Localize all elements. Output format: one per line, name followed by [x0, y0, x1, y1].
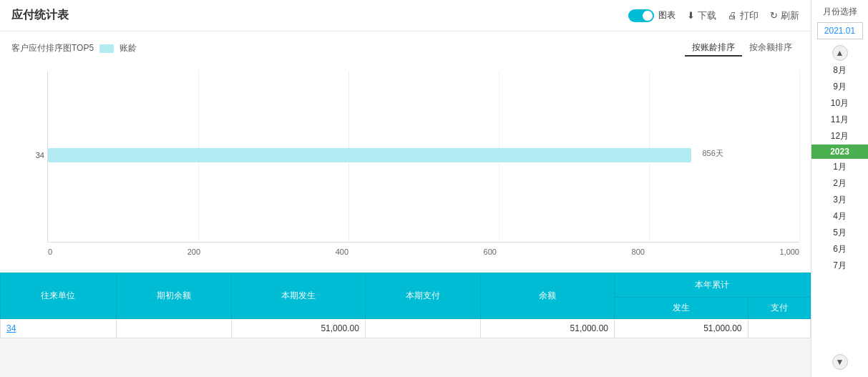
- chart-section: 客户应付排序图TOP5 账龄 按账龄排序 按余额排序: [0, 31, 811, 273]
- cell-benfasheng: 51,000.00: [232, 319, 366, 338]
- cell-qichu: [116, 319, 232, 338]
- cell-benzhifu: [365, 319, 481, 338]
- chart-toggle[interactable]: 图表: [628, 9, 676, 22]
- table-header-row: 往来单位 期初余额 本期发生 本期支付 余额 本年累计: [1, 273, 811, 298]
- month-item-9[interactable]: 9月: [811, 79, 868, 95]
- table-section: 往来单位 期初余额 本期发生 本期支付 余额 本年累计 发生 支付 34 51,…: [0, 273, 811, 377]
- month-item-5[interactable]: 5月: [811, 225, 868, 241]
- download-icon: ⬇: [687, 10, 695, 21]
- x-label-600: 600: [484, 248, 497, 256]
- chart-bars-container: 34 856天 0 200 400 600 800 1,000: [47, 71, 799, 243]
- cell-yue: 51,000.00: [481, 319, 615, 338]
- chart-area: 34 856天 0 200 400 600 800 1,000: [11, 64, 799, 264]
- month-item-10[interactable]: 10月: [811, 95, 868, 112]
- table-row: 34 51,000.00 51,000.00 51,000.00: [1, 319, 811, 338]
- scroll-up-button[interactable]: ▲: [832, 45, 848, 61]
- header-actions: 图表 ⬇ 下载 🖨 打印 ↻ 刷新: [628, 9, 799, 22]
- col-benzhifu-header: 本期支付: [365, 273, 481, 319]
- right-sidebar: 月份选择 ▲ 8月 9月 10月 11月 12月 2023 1月 2月 3月 4…: [811, 0, 868, 377]
- legend-color-box: [99, 44, 114, 53]
- col-nianlei-fasheng-header: 发生: [614, 298, 748, 319]
- month-list: 8月 9月 10月 11月 12月 2023 1月 2月 3月 4月 5月 6月…: [811, 62, 868, 353]
- print-icon: 🖨: [728, 10, 737, 21]
- toggle-switch[interactable]: [628, 9, 654, 22]
- month-item-4[interactable]: 4月: [811, 208, 868, 225]
- month-item-11[interactable]: 11月: [811, 112, 868, 128]
- page-header: 应付统计表 图表 ⬇ 下载 🖨 打印 ↻ 刷新: [0, 0, 811, 31]
- refresh-button[interactable]: ↻ 刷新: [770, 9, 799, 22]
- refresh-icon: ↻: [770, 10, 778, 21]
- col-unit-header: 往来单位: [1, 273, 117, 319]
- chart-legend: 客户应付排序图TOP5 账龄: [11, 42, 137, 54]
- month-item-8[interactable]: 8月: [811, 62, 868, 79]
- bar-end-label: 856天: [702, 148, 723, 159]
- x-label-200: 200: [187, 248, 200, 256]
- table-body: 34 51,000.00 51,000.00 51,000.00: [1, 319, 811, 338]
- cell-unit[interactable]: 34: [1, 319, 117, 338]
- month-item-2[interactable]: 2月: [811, 175, 868, 192]
- data-table: 往来单位 期初余额 本期发生 本期支付 余额 本年累计 发生 支付 34 51,…: [0, 273, 811, 338]
- bar-row-1: 34 856天: [48, 148, 799, 162]
- chart-header: 客户应付排序图TOP5 账龄 按账龄排序 按余额排序: [11, 40, 799, 57]
- month-item-12[interactable]: 12月: [811, 128, 868, 145]
- cell-nianlei-zhifu: [748, 319, 810, 338]
- col-qichu-header: 期初余额: [116, 273, 232, 319]
- year-marker-2023[interactable]: 2023: [811, 145, 868, 159]
- chart-top-label: 客户应付排序图TOP5: [11, 42, 94, 54]
- bar-y-label: 34: [23, 151, 44, 160]
- month-item-7[interactable]: 7月: [811, 258, 868, 274]
- x-label-1000: 1,000: [779, 248, 799, 256]
- col-nianlei-header: 本年累计: [614, 273, 810, 298]
- download-button[interactable]: ⬇ 下载: [687, 9, 716, 22]
- month-item-6[interactable]: 6月: [811, 241, 868, 258]
- month-item-1[interactable]: 1月: [811, 159, 868, 175]
- x-label-400: 400: [336, 248, 348, 256]
- year-input[interactable]: [817, 22, 863, 39]
- sort-by-balance-button[interactable]: 按余额排序: [742, 40, 799, 57]
- scroll-down-button[interactable]: ▼: [832, 354, 848, 370]
- sort-by-age-button[interactable]: 按账龄排序: [685, 40, 742, 57]
- chart-toggle-label: 图表: [658, 9, 676, 21]
- x-label-800: 800: [632, 248, 645, 256]
- print-button[interactable]: 🖨 打印: [728, 9, 759, 22]
- col-benfasheng-header: 本期发生: [232, 273, 366, 319]
- bar-1: 856天: [48, 148, 691, 162]
- x-label-0: 0: [48, 248, 52, 256]
- grid-line-5: [799, 71, 800, 242]
- month-item-3[interactable]: 3月: [811, 192, 868, 208]
- chart-x-labels: 0 200 400 600 800 1,000: [48, 248, 799, 256]
- cell-nianlei-fasheng: 51,000.00: [614, 319, 748, 338]
- col-nianlei-zhifu-header: 支付: [748, 298, 810, 319]
- col-yue-header: 余额: [481, 273, 615, 319]
- sidebar-label: 月份选择: [823, 6, 857, 18]
- chart-legend-text: 账龄: [120, 42, 137, 54]
- page-title: 应付统计表: [11, 8, 69, 23]
- chart-sort-buttons: 按账龄排序 按余额排序: [685, 40, 799, 57]
